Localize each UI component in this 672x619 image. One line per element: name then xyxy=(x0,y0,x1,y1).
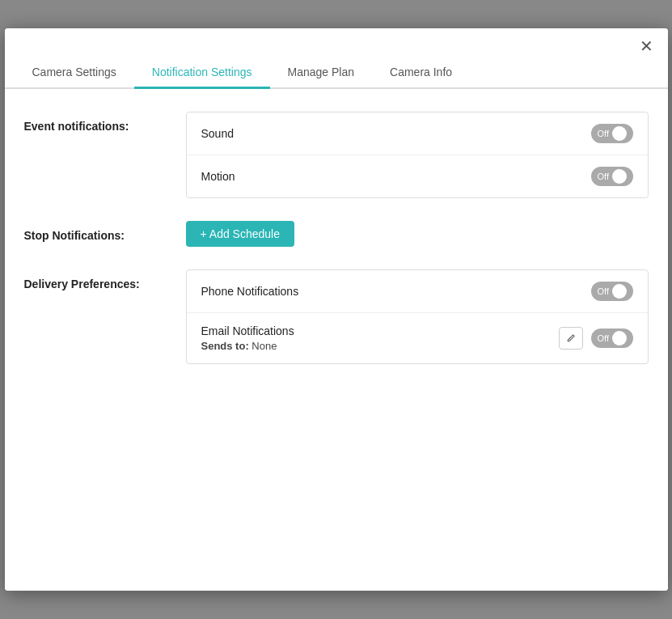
sound-row: Sound Off xyxy=(187,112,648,155)
sound-toggle-knob xyxy=(612,126,627,141)
delivery-preferences-section: Delivery Preferences: Phone Notification… xyxy=(24,269,649,364)
tab-bar: Camera Settings Notification Settings Ma… xyxy=(5,57,668,89)
email-notifications-label: Email Notifications xyxy=(201,324,294,337)
stop-notifications-label: Stop Notifications: xyxy=(24,221,186,242)
modal-header: ✕ xyxy=(5,28,668,57)
motion-toggle-text: Off xyxy=(598,172,609,181)
event-notifications-label: Event notifications: xyxy=(24,112,186,133)
email-toggle-knob xyxy=(612,331,627,346)
sound-toggle-text: Off xyxy=(598,129,609,138)
event-notifications-section: Event notifications: Sound Off Motion Of… xyxy=(24,112,649,198)
motion-row: Motion Off xyxy=(187,155,648,197)
tab-camera-info[interactable]: Camera Info xyxy=(372,57,470,89)
modal-body: Event notifications: Sound Off Motion Of… xyxy=(5,89,668,591)
phone-notifications-row: Phone Notifications Off xyxy=(187,270,648,313)
phone-toggle-knob xyxy=(612,284,627,299)
sends-to-label: Sends to: xyxy=(201,340,249,352)
tab-notification-settings[interactable]: Notification Settings xyxy=(134,57,270,89)
close-button[interactable]: ✕ xyxy=(635,35,658,57)
email-row-inner: Email Notifications Sends to: None xyxy=(201,324,294,352)
stop-notifications-section: Stop Notifications: + Add Schedule xyxy=(24,221,649,247)
modal: ✕ Camera Settings Notification Settings … xyxy=(5,28,668,591)
email-edit-button[interactable] xyxy=(559,327,583,350)
stop-notifications-content: + Add Schedule xyxy=(186,221,649,247)
sends-to-text: Sends to: None xyxy=(201,340,294,352)
sound-label: Sound xyxy=(201,127,234,140)
event-notifications-content: Sound Off Motion Off xyxy=(186,112,649,198)
event-notifications-card: Sound Off Motion Off xyxy=(186,112,649,198)
phone-notifications-toggle[interactable]: Off xyxy=(591,282,633,301)
pencil-icon xyxy=(566,333,576,344)
delivery-preferences-label: Delivery Preferences: xyxy=(24,269,186,290)
email-notifications-toggle[interactable]: Off xyxy=(591,329,633,348)
tab-camera-settings[interactable]: Camera Settings xyxy=(15,57,134,89)
motion-label: Motion xyxy=(201,170,235,183)
delivery-preferences-content: Phone Notifications Off Email Notificati… xyxy=(186,269,649,364)
sound-toggle[interactable]: Off xyxy=(591,124,633,143)
tab-manage-plan[interactable]: Manage Plan xyxy=(270,57,373,89)
email-notifications-row: Email Notifications Sends to: None xyxy=(187,313,648,363)
delivery-preferences-card: Phone Notifications Off Email Notificati… xyxy=(186,269,649,364)
sends-to-value: None xyxy=(251,340,277,352)
motion-toggle-knob xyxy=(612,169,627,184)
add-schedule-button[interactable]: + Add Schedule xyxy=(186,221,294,247)
email-toggle-text: Off xyxy=(598,333,609,343)
motion-toggle[interactable]: Off xyxy=(591,167,633,186)
email-row-right: Off xyxy=(559,327,633,350)
phone-toggle-text: Off xyxy=(598,286,609,296)
phone-notifications-label: Phone Notifications xyxy=(201,285,299,298)
